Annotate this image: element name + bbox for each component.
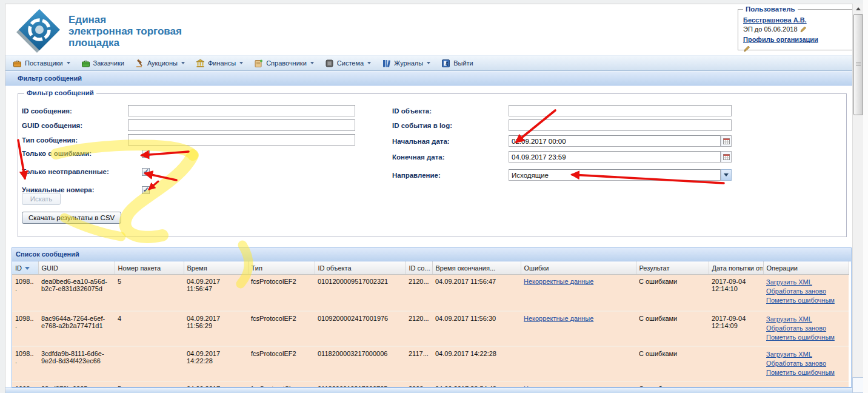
scrollbar-thumb[interactable] [853, 14, 863, 115]
message-id-input[interactable] [128, 105, 355, 116]
column-header[interactable]: Время окончания... [432, 261, 521, 275]
column-header[interactable]: Тип [248, 261, 315, 275]
menu-item-customers[interactable]: Заказчики [81, 59, 124, 68]
cell-type: fcsProtocolEF2 [248, 275, 315, 311]
auctions-icon [135, 59, 144, 68]
signature-validity-text: ЭП до 05.06.2018 [743, 25, 798, 33]
menu-item-label: Финансы [208, 59, 236, 67]
operation-link[interactable]: Загрузить XML [766, 315, 846, 323]
cell-operations: Загрузить XMLОбработать зановоПометить о… [763, 275, 849, 311]
menu-item-label: Поставщики [25, 59, 63, 67]
vertical-scrollbar[interactable] [852, 4, 863, 393]
cell-operations: Загрузить XMLОбработать зановоПометить о… [763, 346, 849, 381]
cell-msg_id: 2117... [406, 346, 432, 381]
cell-errors: Некорректные данные [521, 275, 636, 311]
user-name-link[interactable]: Бесстрашнова А.В. [743, 16, 807, 24]
table-row[interactable]: 1098...8ac9644a-7264-e6ef-e768-a2b2a7747… [12, 311, 849, 346]
end-date-input[interactable] [509, 151, 721, 163]
column-header[interactable]: Результат [636, 261, 709, 275]
column-header[interactable]: Дата попытки отп... [709, 261, 763, 275]
column-header[interactable]: Время [184, 261, 248, 275]
chevron-down-icon [239, 62, 243, 64]
operation-link[interactable]: Пометить ошибочным [766, 296, 846, 304]
cell-result: С ошибками [636, 311, 709, 346]
column-header[interactable]: GUID [38, 261, 115, 275]
column-header[interactable]: Ошибки [521, 261, 636, 275]
column-header[interactable]: ID объекта [315, 261, 406, 275]
edit-pen-icon[interactable] [743, 45, 750, 55]
scroll-up-arrow-icon[interactable] [853, 4, 863, 13]
chevron-down-icon [181, 62, 185, 64]
message-type-input[interactable] [128, 134, 355, 146]
cell-package: 4 [115, 311, 184, 346]
finance-icon [196, 59, 205, 68]
object-id-input[interactable] [509, 105, 732, 116]
column-header[interactable]: Номер пакета [115, 261, 184, 275]
system-icon [325, 59, 334, 68]
only-errors-checkbox[interactable] [142, 150, 150, 158]
cell-end_time: 04.09.2017 23:54:48 [432, 381, 521, 388]
cell-package: 5 [115, 275, 184, 311]
error-details-link[interactable]: Некорректные данные [524, 315, 593, 322]
calendar-icon [723, 138, 730, 144]
operation-link[interactable]: Обработать заново [766, 324, 846, 332]
table-row[interactable]: 1098...dea0bed6-ea10-a56d-b2c7-e831d3260… [12, 275, 849, 311]
cell-msg_id: 2093... [406, 381, 432, 388]
cell-result: С ошибками [636, 275, 709, 311]
error-details-link[interactable]: Некорректные данные [524, 278, 593, 285]
suppliers-icon [13, 59, 22, 68]
cell-operations: Загрузить XML [763, 381, 849, 388]
menu-item-label: Выйти [453, 59, 473, 67]
direction-dropdown-button[interactable] [721, 169, 732, 181]
menu-item-logout[interactable]: Выйти [441, 59, 473, 68]
end-date-label: Конечная дата: [392, 153, 445, 161]
edit-pen-icon[interactable] [800, 25, 807, 35]
cell-end_time: 04.09.2017 14:22:28 [432, 346, 521, 381]
start-date-label: Начальная дата: [392, 138, 450, 145]
only-errors-label: Только с ошибками: [22, 150, 92, 157]
operation-link[interactable]: Обработать заново [766, 359, 846, 368]
cell-operations: Загрузить XMLОбработать зановоПометить о… [763, 311, 849, 346]
start-date-input[interactable] [509, 135, 721, 147]
cell-result: С ошибками [636, 346, 709, 381]
operation-link[interactable]: Пометить ошибочным [766, 333, 846, 341]
operation-link[interactable]: Загрузить XML [766, 278, 846, 286]
operation-link[interactable]: Обработать заново [766, 287, 846, 295]
log-event-id-label: ID события в log: [392, 122, 452, 129]
direction-combobox[interactable]: Исходящие [509, 169, 721, 181]
menu-item-finance[interactable]: Финансы [196, 59, 243, 68]
operation-link[interactable]: Пометить ошибочным [766, 368, 846, 377]
menu-item-auctions[interactable]: Аукционы [135, 59, 185, 68]
menu-item-system[interactable]: Система [325, 59, 371, 68]
cell-object_id: 0118200003217000006 [315, 346, 406, 381]
operation-link[interactable]: Загрузить XML [766, 350, 846, 358]
search-button[interactable]: Искать [22, 193, 61, 205]
menu-item-directories[interactable]: Справочники [254, 59, 314, 68]
message-guid-input[interactable] [128, 119, 355, 131]
cell-time: 04.09.2017 11:56:47 [184, 275, 248, 311]
sort-desc-icon [25, 267, 30, 270]
bottom-panel-edge [5, 388, 852, 393]
cell-errors: Некорректные данные [521, 311, 636, 346]
cell-time: 04.09.2017 [184, 381, 248, 388]
column-header[interactable]: ID со... [406, 261, 432, 275]
unique-numbers-checkbox[interactable] [142, 186, 150, 194]
column-header[interactable]: Операции [763, 261, 849, 275]
log-event-id-input[interactable] [509, 119, 732, 131]
table-row[interactable]: 1098...98cd378b-9305-98c7-...504.09.2017… [12, 381, 849, 388]
platform-title: Единая электронная торговая площадка [68, 14, 182, 49]
cell-id: 1098... [12, 311, 38, 346]
end-date-calendar-button[interactable] [721, 151, 732, 163]
cell-type: fcsProtocolEF2 [248, 346, 315, 381]
only-unsent-checkbox[interactable] [142, 168, 150, 176]
direction-label: Направление: [392, 172, 441, 179]
download-csv-button[interactable]: Скачать результаты в CSV [22, 212, 121, 224]
column-header[interactable]: ID [12, 261, 38, 275]
table-row[interactable]: 1098...3cdfda9b-8111-6d6e-9e2d-8d34f423e… [12, 346, 849, 381]
start-date-calendar-button[interactable] [721, 135, 732, 147]
cell-guid: 8ac9644a-7264-e6ef-e768-a2b2a77471d1 [38, 311, 115, 346]
menu-item-suppliers[interactable]: Поставщики [13, 59, 70, 68]
menu-item-journals[interactable]: Журналы [382, 59, 430, 68]
org-profile-link[interactable]: Профиль организации [743, 36, 818, 43]
filter-fieldset: Фильтр сообщений ID сообщения: GUID сооб… [18, 93, 847, 237]
